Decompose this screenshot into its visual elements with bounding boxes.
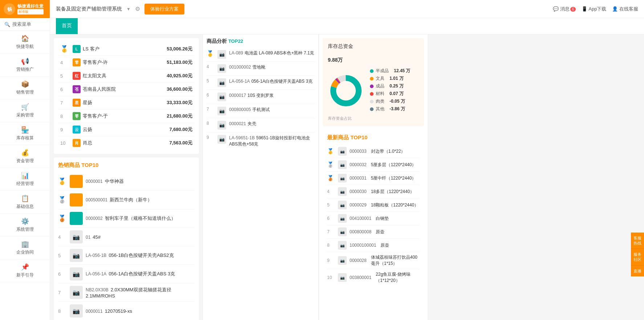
product-code: LA-056-1A: [86, 271, 106, 276]
sidebar-item-market[interactable]: 📢 营销推广: [0, 54, 50, 77]
float-btn-community[interactable]: 服务社区: [631, 249, 644, 266]
sidebar-item-stock[interactable]: 🏪 库存核算: [0, 122, 50, 145]
product-code: LA-056-1B: [86, 253, 106, 258]
product-image: 📷: [338, 227, 347, 236]
inventory-unit: 万: [338, 57, 343, 63]
product-code: LA-59651-1B: [229, 135, 255, 140]
customer-name-cell: 云云扬: [70, 123, 147, 136]
mid-title: 商品分析 TOP22: [207, 38, 243, 45]
ops-icon: 📊: [21, 172, 29, 180]
amount-cell: 40,925.00元: [147, 69, 195, 83]
list-item: 6📷004100001白钢垫: [327, 212, 420, 225]
product-code: 0000031: [350, 176, 367, 181]
product-info: LA-056-1A056-1A白色按键开关盖ABS 3克: [86, 271, 175, 277]
sidebar-item-label: 企业协同: [16, 249, 34, 255]
product-name: 18颗粒板（1220*2440）: [371, 202, 419, 208]
product-code: 0000029: [350, 202, 367, 208]
sidebar-item-base[interactable]: 📋 基础信息: [0, 191, 50, 214]
product-info: 0145#: [86, 234, 101, 240]
sidebar-item-purchase[interactable]: 🛒 采购管理: [0, 99, 50, 122]
dropdown-icon[interactable]: ▼: [126, 7, 131, 12]
sidebar-item-ops[interactable]: 📊 经营管理: [0, 168, 50, 191]
hot-products-section: 热销商品 TOP10 🥇0000001中华神器🥈000500001新西兰牛肉（新…: [54, 157, 199, 320]
inventory-card: 库存总资金 9.88万: [323, 38, 424, 126]
page-nav: 首页: [50, 18, 644, 34]
customer-name-cell: 零零售客户-于: [70, 110, 147, 123]
placeholder-icon: 📷: [73, 271, 80, 278]
search-icon: 🔍: [4, 22, 10, 27]
placeholder-icon: 📷: [73, 252, 80, 259]
sidebar-item-label: 采购管理: [16, 112, 34, 118]
product-code: 0000002: [86, 216, 103, 221]
list-item: 5📷000002918颗粒板（1220*2440）: [327, 198, 420, 212]
list-item: 4📷000003018多层（1220*2440）: [327, 185, 420, 198]
sidebar-item-home[interactable]: 🏠 快捷导航: [0, 31, 50, 54]
legend-value: -3.86 万: [390, 106, 405, 112]
customer-badge: 云: [73, 126, 81, 134]
product-name: 10S 变刹罗浆: [248, 93, 274, 98]
list-item: 6📷LA-056-1A056-1A白色按键开关盖ABS 3克: [58, 265, 195, 283]
sidebar-item-sales[interactable]: 📦 销售管理: [0, 77, 50, 99]
rank-badge: 9: [327, 258, 335, 263]
sidebar-item-system[interactable]: ⚙️ 系统管理: [0, 214, 50, 237]
list-item: 🥇0000001中华神器: [58, 172, 195, 191]
rank-badge: 10: [327, 275, 335, 280]
list-item: 🥇📷0000033封边带（1.0*22）: [327, 145, 420, 158]
rank-badge: 5: [327, 202, 335, 208]
rank-badge: 4: [58, 234, 67, 240]
gear-icon[interactable]: ⚙: [135, 5, 140, 12]
customer-badge: 肖: [73, 139, 81, 147]
product-name: 22g鱼豆腐-烧烤味（1*12*20）: [376, 271, 420, 284]
product-code: 01: [86, 235, 90, 240]
rank-cell: 10: [58, 136, 70, 150]
rank-badge: 🥇: [207, 50, 215, 57]
list-item: 9📷LA-59651-1B59651-1B旋转投影灯电池盒 ABS黑色+58克: [207, 132, 315, 150]
legend-label: 文具: [376, 75, 384, 82]
placeholder-icon: 📷: [340, 217, 345, 221]
legend-item: 肉类-0.05 万: [370, 98, 410, 104]
donut-subtitle: 库存资金占比: [328, 116, 419, 121]
rank-badge: 9: [207, 135, 215, 140]
amount-cell: 33,333.00元: [147, 96, 195, 110]
table-row: 9云云扬7,680.00元: [58, 123, 195, 136]
sidebar-item-company[interactable]: 🏢 企业协同: [0, 237, 50, 259]
product-image: [70, 175, 83, 188]
list-item: 8📷000001112070519-xs: [58, 302, 195, 320]
donut-section: 半成品12.45 万文具1.01 万成品0.25 万材料0.07 万肉类-0.0…: [328, 68, 419, 114]
message-btn[interactable]: 💬 消息6: [553, 6, 576, 12]
list-item: 🥇📷LA-089电池盖 LA-089 ABS本色+黑种 7.1克: [207, 48, 315, 62]
message-badge: 6: [570, 7, 576, 12]
app-download-btn[interactable]: 📱 App下载: [582, 6, 606, 12]
product-code: 000800005: [229, 107, 251, 112]
sidebar-item-guide[interactable]: 📌 新手引导: [0, 259, 50, 282]
new-products-list: 🥇📷0000033封边带（1.0*22）🥈📷00000325厘多层（1220*2…: [327, 145, 420, 286]
online-service-btn[interactable]: 👤 在线客服: [612, 6, 638, 12]
float-btn-service[interactable]: 客服热线: [631, 233, 644, 249]
product-image: 📷: [217, 135, 226, 144]
home-icon: 🏠: [21, 34, 29, 42]
legend-item: 成品0.25 万: [370, 83, 410, 89]
table-row: 4零零售客户-许51,183.00元: [58, 56, 195, 69]
rank-badge: 6: [327, 216, 335, 221]
product-code: 0000021: [229, 121, 246, 126]
product-name: 智利车子里（规格不知道填什么）: [105, 216, 176, 221]
legend-dot: [370, 69, 374, 73]
product-image: 📷: [70, 286, 83, 299]
sidebar-item-label: 基础信息: [16, 204, 34, 210]
product-info: 0000001中华神器: [86, 178, 124, 185]
amount-cell: 7,563.00元: [147, 136, 195, 150]
company-icon: 🏢: [21, 240, 29, 248]
product-name: 中华神器: [105, 179, 124, 184]
sidebar-item-finance[interactable]: 💰 资金管理: [0, 145, 50, 168]
tab-home[interactable]: 首页: [56, 18, 78, 34]
list-item: 10📷00380000122g鱼豆腐-烧烤味（1*12*20）: [327, 269, 420, 286]
sidebar-item-label: 营销推广: [16, 66, 34, 73]
rank-badge: 8: [207, 121, 215, 126]
search-menu[interactable]: 🔍 搜索菜单: [0, 18, 50, 31]
float-btn-live[interactable]: 直播: [631, 266, 644, 276]
app-download-label: App下载: [588, 6, 606, 12]
amount-cell: 21,680.00元: [147, 110, 195, 123]
logo-icon: 畅: [4, 3, 15, 15]
trial-btn[interactable]: 体验行业方案: [144, 4, 184, 15]
rank-cell: 🥇: [58, 42, 70, 56]
